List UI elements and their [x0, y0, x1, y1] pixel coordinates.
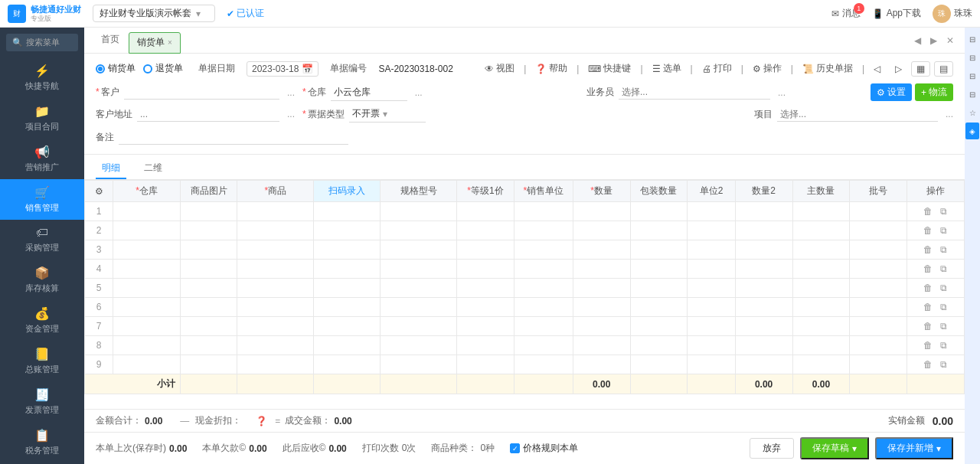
row-3-copy-btn[interactable]: ⧉	[937, 243, 949, 256]
row-9-delete-btn[interactable]: 🗑	[922, 358, 934, 371]
row-2-image[interactable]	[180, 221, 237, 240]
row-5-unit2[interactable]	[688, 279, 735, 298]
date-picker[interactable]: 2023-03-18 📅	[247, 61, 318, 77]
row-3-import[interactable]	[314, 240, 381, 260]
row-8-main[interactable]	[792, 336, 850, 355]
row-6-import[interactable]	[314, 298, 381, 317]
tab-nav-prev[interactable]: ◀	[911, 35, 924, 46]
row-4-spec[interactable]	[381, 260, 457, 279]
toolbar-view-btn[interactable]: 👁 视图	[479, 60, 520, 77]
row-1-product[interactable]	[237, 202, 314, 221]
row-2-delete-btn[interactable]: 🗑	[922, 224, 934, 237]
row-9-qty[interactable]	[573, 355, 630, 374]
row-7-main[interactable]	[792, 317, 850, 336]
row-2-grade[interactable]	[457, 221, 514, 240]
row-5-unit[interactable]	[514, 279, 573, 298]
row-6-main[interactable]	[792, 298, 850, 317]
row-7-batch[interactable]	[850, 317, 907, 336]
row-2-copy-btn[interactable]: ⧉	[937, 224, 949, 237]
setting-btn[interactable]: ⚙ 设置	[871, 83, 912, 101]
right-panel-btn-1[interactable]: ⊟	[965, 31, 979, 47]
row-4-qty[interactable]	[573, 260, 630, 279]
row-3-image[interactable]	[180, 240, 237, 260]
row-5-copy-btn[interactable]: ⧉	[937, 282, 949, 294]
row-5-batch[interactable]	[850, 279, 907, 298]
sidebar-item-accounting[interactable]: 📒 总账管理	[0, 341, 84, 381]
row-9-warehouse[interactable]	[113, 355, 180, 374]
row-8-qty[interactable]	[573, 336, 630, 355]
row-7-import[interactable]	[314, 317, 381, 336]
table-tab-detail[interactable]: 明细	[96, 158, 126, 179]
tab-close-btn[interactable]: ×	[168, 38, 172, 47]
row-6-product[interactable]	[237, 298, 314, 317]
address-input[interactable]	[137, 107, 279, 122]
row-5-spec[interactable]	[381, 279, 457, 298]
row-4-image[interactable]	[180, 260, 237, 279]
remark-input[interactable]	[119, 130, 348, 145]
abandon-btn[interactable]: 放弃	[750, 438, 794, 459]
row-7-image[interactable]	[180, 317, 237, 336]
row-5-delete-btn[interactable]: 🗑	[922, 282, 934, 294]
right-panel-btn-4[interactable]: ⊟	[965, 86, 979, 103]
row-4-warehouse[interactable]	[113, 260, 180, 279]
toolbar-next-btn[interactable]: ▷	[890, 61, 907, 77]
row-5-image[interactable]	[180, 279, 237, 298]
row-3-product[interactable]	[237, 240, 314, 260]
warehouse-more-btn[interactable]: ...	[415, 87, 423, 98]
row-1-image[interactable]	[180, 202, 237, 221]
row-6-copy-btn[interactable]: ⧉	[937, 301, 949, 313]
row-9-qty2[interactable]	[735, 355, 792, 374]
salesperson-more-btn[interactable]: ...	[778, 87, 786, 98]
row-7-warehouse[interactable]	[113, 317, 180, 336]
toolbar-prev-btn[interactable]: ◁	[868, 61, 886, 77]
row-8-qty2[interactable]	[735, 336, 792, 355]
customer-more-btn[interactable]: ...	[287, 87, 295, 98]
row-9-main[interactable]	[792, 355, 850, 374]
row-7-product[interactable]	[237, 317, 314, 336]
row-3-spec[interactable]	[381, 240, 457, 260]
row-1-batch[interactable]	[850, 202, 907, 221]
sidebar-item-sales[interactable]: 🛒 销售管理	[0, 179, 84, 220]
row-3-unit[interactable]	[514, 240, 573, 260]
row-7-grade[interactable]	[457, 317, 514, 336]
sidebar-item-invoice[interactable]: 🧾 发票管理	[0, 381, 84, 422]
row-7-delete-btn[interactable]: 🗑	[922, 320, 934, 332]
row-8-product[interactable]	[237, 336, 314, 355]
row-6-warehouse[interactable]	[113, 298, 180, 317]
sidebar-item-tax[interactable]: 📋 税务管理	[0, 422, 84, 462]
row-5-pack[interactable]	[630, 279, 688, 298]
row-1-warehouse[interactable]	[113, 202, 180, 221]
row-8-delete-btn[interactable]: 🗑	[922, 339, 934, 351]
row-1-pack[interactable]	[630, 202, 688, 221]
toolbar-print-btn[interactable]: 🖨 打印	[697, 60, 737, 77]
user-btn[interactable]: 珠 珠珠	[933, 5, 972, 23]
row-2-import[interactable]	[314, 221, 381, 240]
row-1-unit[interactable]	[514, 202, 573, 221]
row-2-qty[interactable]	[573, 221, 630, 240]
save-draft-btn[interactable]: 保存草稿 ▾	[800, 437, 869, 459]
right-panel-btn-2[interactable]: ⊟	[965, 49, 979, 66]
toolbar-help-btn[interactable]: ❓ 帮助	[530, 60, 573, 77]
row-1-copy-btn[interactable]: ⧉	[937, 205, 949, 217]
row-9-copy-btn[interactable]: ⧉	[937, 358, 949, 371]
company-selector[interactable]: 好业财专业版演示帐套 ▾	[93, 5, 215, 22]
row-7-spec[interactable]	[381, 317, 457, 336]
row-4-delete-btn[interactable]: 🗑	[922, 263, 934, 275]
project-more-btn[interactable]: ...	[946, 109, 953, 119]
row-9-image[interactable]	[180, 355, 237, 374]
right-panel-btn-5[interactable]: ☆	[965, 104, 979, 121]
price-checkbox[interactable]: ✓ 价格规则本单	[510, 442, 578, 455]
row-9-batch[interactable]	[850, 355, 907, 374]
sidebar-item-project[interactable]: 📁 项目合同	[0, 98, 84, 139]
right-panel-btn-6[interactable]: ◈	[965, 123, 979, 139]
row-3-qty2[interactable]	[735, 240, 792, 260]
right-panel-btn-3[interactable]: ⊟	[965, 67, 979, 84]
address-more-btn[interactable]: ...	[287, 109, 295, 119]
row-1-grade[interactable]	[457, 202, 514, 221]
sidebar-item-purchase[interactable]: 🏷 采购管理	[0, 220, 84, 260]
tab-nav-next[interactable]: ▶	[927, 35, 940, 46]
row-6-unit2[interactable]	[688, 298, 735, 317]
row-9-unit2[interactable]	[688, 355, 735, 374]
row-5-main[interactable]	[792, 279, 850, 298]
row-8-unit2[interactable]	[688, 336, 735, 355]
